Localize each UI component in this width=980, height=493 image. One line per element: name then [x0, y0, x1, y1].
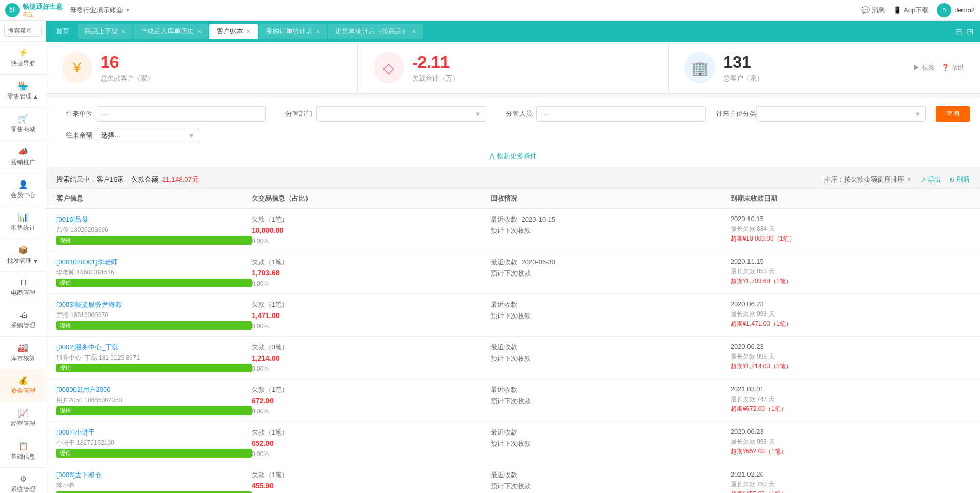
- refresh-button[interactable]: ↻ 刷新: [949, 175, 970, 184]
- recover-info-5: 最近收款 预计下次收款: [491, 428, 730, 448]
- stat-card-total-customers: 🏢 131 总客户（家） ▶ 视频 ❓ 帮助: [669, 42, 980, 93]
- store-select[interactable]: 母婴行业演示账套 ▼: [70, 6, 130, 15]
- due-date-info-4: 2021.03.01 最长欠款 747 天 超期¥672.00（1笔）: [731, 385, 970, 413]
- logo-icon: 好: [5, 3, 20, 17]
- stat-card-debt-total: ◇ -2.11 欠款合计（万）: [358, 42, 669, 93]
- video-btn[interactable]: ▶ 视频: [913, 63, 935, 72]
- customer-name-link[interactable]: [0001020001]李老师: [56, 258, 252, 267]
- client-input[interactable]: ···: [97, 106, 266, 122]
- filter-balance: 往来余额 选择... ▼: [56, 128, 970, 143]
- sidebar-item-ecom[interactable]: 🖥 电商管理: [0, 272, 46, 304]
- filter-manager: 分管人员 ···: [496, 106, 706, 122]
- collapse-row: ⋀ 收起更多条件: [56, 149, 970, 163]
- sidebar-item-basic-info[interactable]: 📋 基础信息: [0, 435, 46, 468]
- tab-close-product-offsale[interactable]: ✕: [121, 29, 125, 34]
- tab-product-offsale[interactable]: 商品上下架 ✕: [78, 24, 132, 39]
- customer-info-4: [000002]用户2050 用户2050 18665062050 现销: [56, 385, 252, 415]
- sidebar-item-member[interactable]: 👤 会员中心: [0, 173, 46, 206]
- export-button[interactable]: ↗ 导出: [920, 175, 941, 184]
- sidebar-item-warehouse[interactable]: 🏭 库存核算: [0, 337, 46, 369]
- balance-select[interactable]: 选择... ▼: [97, 128, 199, 143]
- search-button[interactable]: 查询: [936, 106, 970, 122]
- table-row: [0016]吕俊 吕俊 13026203696 现销 欠款（1笔） 10,000…: [46, 209, 980, 251]
- data-table: 客户信息 欠交易信息（占比） 回收情况 到期未收款日期 [0016]吕俊 吕俊 …: [46, 189, 980, 493]
- maximize-icon[interactable]: ⊞: [967, 27, 973, 36]
- collapse-button[interactable]: ⋀ 收起更多条件: [489, 151, 537, 161]
- customer-name-link[interactable]: [0007]小进干: [56, 428, 252, 437]
- help-btn[interactable]: ❓ 帮助: [941, 63, 965, 72]
- customer-info-2: [0003]畅捷服务尹海燕 尹燕 18513066976 现销: [56, 300, 252, 330]
- main-content: ¥ 16 总欠款客户（家） ◇ -2.11 欠款合计（万）: [46, 42, 980, 493]
- sidebar-item-quick-nav[interactable]: ⚡ 快捷导航: [0, 42, 46, 75]
- table-row: [000002]用户2050 用户2050 18665062050 现销 欠款（…: [46, 379, 980, 422]
- customer-info-3: [0002]服务中心_丁磊 服务中心_丁磊 181 0125 8371 现销: [56, 343, 252, 372]
- sidebar-item-marketing[interactable]: 📣 营销推广: [0, 141, 46, 173]
- sidebar-search-input[interactable]: [4, 25, 42, 37]
- customer-info-6: [0006]去下粮仓 陈小希 现销: [56, 470, 252, 493]
- stat-icon-debt-customers: ¥: [62, 52, 92, 83]
- stat-info-debt-customers: 16 总欠款客户（家）: [101, 53, 154, 83]
- due-date-info-2: 2020.06.23 最长欠款 998 天 超期¥1,471.00（1笔）: [731, 300, 970, 328]
- customer-info-1: [0001020001]李老师 李老师 18600391516 现销: [56, 258, 252, 287]
- sidebar-item-sys[interactable]: ⚙ 系统管理: [0, 468, 46, 493]
- quick-nav-icon: ⚡: [18, 48, 28, 57]
- filter-row-1: 往来单位 ··· 分管部门 ▼: [56, 106, 970, 122]
- user-area[interactable]: D demo2: [937, 3, 975, 17]
- sidebar-item-retail-shop[interactable]: 🛒 零售商城: [0, 108, 46, 141]
- tab-home[interactable]: 首页: [49, 24, 76, 39]
- sidebar-item-retail-stats[interactable]: 📊 零售统计: [0, 206, 46, 239]
- sidebar-item-batch-mgmt[interactable]: 📦 批发管理 ▼: [0, 239, 46, 272]
- client-category-select[interactable]: ▼: [756, 106, 926, 122]
- logo-text: 畅捷通好生意 示范: [23, 2, 63, 18]
- debt-info-0: 欠款（1笔） 10,000.00 0.00%: [252, 215, 491, 245]
- filter-area: 往来单位 ··· 分管部门 ▼: [46, 98, 980, 167]
- tab-incoming-summary[interactable]: 进货单统计表（按商品） ✕: [328, 24, 423, 39]
- table-header: 客户信息 欠交易信息（占比） 回收情况 到期未收款日期: [46, 189, 980, 209]
- manager-input[interactable]: ···: [536, 106, 706, 122]
- table-row: [0003]畅捷服务尹海燕 尹燕 18513066976 现销 欠款（1笔） 1…: [46, 294, 980, 337]
- table-row: [0002]服务中心_丁磊 服务中心_丁磊 181 0125 8371 现销 欠…: [46, 337, 980, 379]
- dept-select[interactable]: ▼: [316, 106, 486, 122]
- customer-info-0: [0016]吕俊 吕俊 13026203696 现销: [56, 215, 252, 245]
- debt-info-5: 欠款（1笔） 652.00 0.00%: [252, 428, 491, 458]
- due-date-info-1: 2020.11.15 最长欠款 853 天 超期¥1,703.68（1笔）: [731, 258, 970, 286]
- recover-info-3: 最近收款 预计下次收款: [491, 343, 730, 363]
- customer-name-link[interactable]: [0002]服务中心_丁磊: [56, 343, 252, 352]
- stat-info-total-customers: 131 总客户（家）: [723, 53, 763, 83]
- sidebar-item-ops[interactable]: 📈 经营管理: [0, 402, 46, 435]
- results-actions: 排序：按欠款金额倒序排序 ▼ ↗ 导出 ↻ 刷新: [824, 175, 970, 184]
- customer-name-link[interactable]: [000002]用户2050: [56, 385, 252, 395]
- debt-info-4: 欠款（1笔） 672.00 0.00%: [252, 385, 491, 415]
- stat-card-debt-customers: ¥ 16 总欠款客户（家）: [46, 42, 358, 93]
- debt-info-3: 欠款（3笔） 1,214.00 0.00%: [252, 343, 491, 372]
- sidebar-item-fund-mgmt[interactable]: 💰 资金管理: [0, 369, 46, 402]
- tab-close-production-history[interactable]: ✕: [197, 29, 201, 34]
- debt-info-2: 欠款（1笔） 1,471.00 0.00%: [252, 300, 491, 330]
- sidebar-item-purchase[interactable]: 🛍 采购管理: [0, 304, 46, 337]
- sort-dropdown[interactable]: ▼: [906, 175, 912, 183]
- tab-purchase-summary[interactable]: 采购订单统计表 ✕: [259, 24, 327, 39]
- tab-production-history[interactable]: 产成品入库单历史 ✕: [133, 24, 208, 39]
- sidebar: ⚡ 快捷导航 🏪 零售管理 ▲ 🛒 零售商城 📣 营销推广 👤 会员中心: [0, 21, 46, 493]
- minimize-icon[interactable]: ⊟: [956, 27, 963, 36]
- stats-bar: ¥ 16 总欠款客户（家） ◇ -2.11 欠款合计（万）: [46, 42, 980, 94]
- sidebar-item-retail-mgmt[interactable]: 🏪 零售管理 ▲: [0, 75, 46, 108]
- stat-icon-debt-total: ◇: [373, 52, 404, 83]
- app-download-btn[interactable]: 📱 App下载: [893, 6, 929, 15]
- message-btn[interactable]: 💬 消息: [861, 6, 885, 15]
- tab-close-customer-account[interactable]: ✕: [246, 29, 251, 34]
- stat-actions: ▶ 视频 ❓ 帮助: [913, 63, 965, 72]
- sidebar-search-area: [0, 21, 46, 42]
- customer-name-link[interactable]: [0003]畅捷服务尹海燕: [56, 300, 252, 309]
- recover-info-1: 最近收款 2020-06-30 预计下次收款: [491, 258, 730, 278]
- customer-info-5: [0007]小进干 小进干 18279152100 现销: [56, 428, 252, 458]
- tab-close-purchase-summary[interactable]: ✕: [316, 29, 320, 34]
- tab-customer-account[interactable]: 客户账本 ✕: [209, 24, 258, 39]
- table-row: [0006]去下粮仓 陈小希 现销 欠款（1笔） 455.90 0.00% 最近…: [46, 464, 980, 493]
- customer-name-link[interactable]: [0006]去下粮仓: [56, 470, 252, 480]
- recover-info-0: 最近收款 2020-10-15 预计下次收款: [491, 215, 730, 235]
- customer-name-link[interactable]: [0016]吕俊: [56, 215, 252, 224]
- results-info: 搜索结果中，客户16家 欠款金额 -21,148.07元: [56, 175, 199, 184]
- due-date-info-6: 2021.02.26 最长欠款 750 天 超期¥455.90（1笔）: [731, 470, 970, 493]
- tab-close-incoming-summary[interactable]: ✕: [412, 29, 416, 34]
